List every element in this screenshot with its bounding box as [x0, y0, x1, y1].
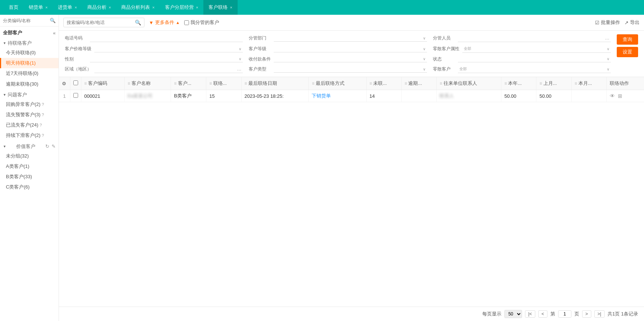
select-all-checkbox[interactable]	[73, 80, 78, 85]
col-last-month-header[interactable]: 上月...	[536, 77, 571, 90]
refresh-value-icon[interactable]: ↻	[45, 144, 49, 149]
prev-page-button[interactable]: <	[538, 310, 547, 318]
filter-payment-select[interactable]: ∨	[274, 56, 427, 62]
query-button[interactable]: 查询	[617, 34, 638, 45]
nav-home[interactable]: 首页	[4, 0, 24, 15]
col-contact-count-header[interactable]: 联络...	[206, 77, 241, 90]
filter-status: 状态 ∨	[433, 56, 611, 62]
sidebar-item-tomorrow-contact[interactable]: 明天待联络(1)	[0, 58, 59, 68]
close-sales-order[interactable]: ×	[45, 5, 48, 10]
batch-ops-button[interactable]: ☑ 批量操作	[595, 19, 620, 26]
next-page-button[interactable]: >	[582, 310, 591, 318]
filter-phone-input[interactable]	[90, 34, 243, 42]
filter-price-level-select[interactable]: ∨	[94, 46, 243, 52]
help-icon-1[interactable]: ?	[42, 102, 44, 107]
close-customer-tier[interactable]: ×	[196, 5, 198, 10]
page-input[interactable]	[558, 310, 571, 318]
filter-customer-type: 客户类型 ∨	[249, 66, 427, 73]
content-area: 🔍 ▼ 更多条件 ▲ 我分管的客户 ☑ 批量操作 ↗ 导出	[59, 15, 644, 321]
sidebar-item-ungrouped[interactable]: 未分组(32)	[0, 151, 59, 161]
last-page-button[interactable]: >|	[594, 310, 605, 318]
sidebar-item-class-c[interactable]: C类客户(6)	[0, 182, 59, 192]
filter-gender: 性别 ∨	[65, 56, 243, 62]
row-last-month: 50.00	[536, 90, 571, 102]
all-customers-header[interactable]: 全部客户 «	[0, 27, 59, 38]
filter-customer-level-select[interactable]: ∨	[274, 46, 427, 52]
main-search-icon[interactable]: 🔍	[135, 20, 141, 25]
filter-dept-select[interactable]: ∨	[274, 35, 427, 42]
sidebar-search-icon[interactable]: 🔍	[50, 18, 56, 23]
col-this-month-header[interactable]: 本月...	[571, 77, 606, 90]
filter-gender-select[interactable]: ∨	[90, 56, 243, 62]
col-last-method-header[interactable]: 最后联络方式	[309, 77, 366, 90]
filter-retail-attr-select[interactable]: 全部∨	[462, 45, 611, 53]
close-customer-contact[interactable]: ×	[230, 5, 232, 10]
sidebar-item-class-a[interactable]: A类客户(1)	[0, 161, 59, 172]
col-code-header[interactable]: 客户编码	[81, 77, 125, 90]
col-this-year-header[interactable]: 本年...	[501, 77, 536, 90]
sidebar-item-class-b[interactable]: B类客户(33)	[0, 172, 59, 182]
sidebar-collapse-icon[interactable]: «	[53, 30, 56, 36]
col-contact-person-header[interactable]: 往来单位联系人	[437, 77, 501, 90]
my-customer-checkbox[interactable]	[184, 20, 189, 25]
col-last-date-header[interactable]: 最后联络日期	[241, 77, 309, 90]
row-more-icon[interactable]: ⊞	[618, 93, 622, 99]
sidebar: 🔍 全部客户 « 待联络客户 今天待联络(0) 明天待联络(1) 近7天待联络(…	[0, 15, 59, 321]
col-checkbox-header[interactable]	[70, 77, 81, 90]
more-filter-button[interactable]: ▼ 更多条件 ▲	[149, 19, 180, 26]
filter-status-select[interactable]: ∨	[458, 56, 611, 62]
sidebar-item-abnormal-repurchase[interactable]: 回购异常客户(2) ?	[0, 99, 59, 110]
close-product-analysis[interactable]: ×	[109, 5, 111, 10]
main-search-input[interactable]	[67, 20, 133, 25]
sidebar-item-churn-warning[interactable]: 流失预警客户(3) ?	[0, 110, 59, 120]
manager-dotdot[interactable]: …	[605, 35, 609, 41]
batch-checkbox-icon: ☑	[595, 20, 599, 25]
close-product-analysis-list[interactable]: ×	[152, 5, 154, 10]
first-page-button[interactable]: |<	[525, 310, 535, 318]
group-problem-customers: 问题客户	[0, 89, 59, 99]
filter-customer-type-select[interactable]: ∨	[274, 66, 427, 73]
row-name: Ea某某公司	[125, 90, 171, 102]
top-navigation: 首页 销货单 × 进货单 × 商品分析 × 商品分析列表 × 客户分层经营 × …	[0, 0, 644, 15]
nav-customer-contact[interactable]: 客户联络 ×	[203, 0, 237, 15]
settings-button[interactable]: 设置	[617, 47, 638, 57]
col-name-header[interactable]: 客户名称	[125, 77, 171, 90]
nav-sales-order[interactable]: 销货单 ×	[24, 0, 53, 15]
search-bar-right: ☑ 批量操作 ↗ 导出	[595, 19, 640, 26]
filter-retail-attr: 零散客户属性 全部∨	[433, 45, 611, 53]
nav-customer-tier[interactable]: 客户分层经营 ×	[160, 0, 203, 15]
col-settings-header[interactable]: ⚙	[59, 77, 70, 90]
help-icon-3[interactable]: ?	[39, 123, 42, 127]
sidebar-item-week-contact[interactable]: 近7天待联络(0)	[0, 68, 59, 79]
table-row: 1 000021 Ea某某公司 B类客户 15 2023-05-23 18:25…	[59, 90, 644, 102]
filter-customer-level: 客户等级 ∨	[249, 46, 427, 52]
page-size-select[interactable]: 50	[504, 310, 522, 318]
sidebar-item-declining[interactable]: 持续下滑客户(2) ?	[0, 130, 59, 141]
sidebar-item-churned[interactable]: 已流失客户(24) ?	[0, 120, 59, 130]
col-overdue-header[interactable]: 逾期...	[402, 77, 437, 90]
row-num: 1	[59, 90, 70, 102]
table-footer: 每页显示 50 |< < 第 页 > >| 共1页 1条记录	[59, 307, 644, 321]
my-customer-checkbox-wrap[interactable]: 我分管的客户	[184, 19, 219, 26]
filter-retail-customer-select[interactable]: 全部∨	[458, 65, 611, 73]
row-select-checkbox[interactable]	[73, 93, 78, 98]
filter-row-2: 客户价格等级 ∨ 客户等级 ∨ 零散客户属性	[65, 45, 611, 53]
region-dotdot[interactable]: …	[237, 66, 241, 72]
data-table-area: ⚙ 客户编码 客户名称 客户... 联络... 最后联络日期 最后联络方式 未联…	[59, 77, 644, 307]
col-category-header[interactable]: 客户...	[171, 77, 206, 90]
sidebar-item-overdue-contact[interactable]: 逾期未联络(30)	[0, 79, 59, 89]
last-method-link[interactable]: 下销货单	[312, 93, 331, 99]
nav-product-analysis-list[interactable]: 商品分析列表 ×	[116, 0, 160, 15]
nav-product-analysis[interactable]: 商品分析 ×	[82, 0, 116, 15]
sidebar-item-today-contact[interactable]: 今天待联络(0)	[0, 48, 59, 58]
row-view-icon[interactable]: 👁	[610, 93, 615, 99]
help-icon-2[interactable]: ?	[42, 113, 44, 117]
close-purchase-order[interactable]: ×	[74, 5, 77, 10]
col-uncontacted-header[interactable]: 未联...	[366, 77, 401, 90]
row-checkbox[interactable]	[70, 90, 81, 102]
edit-value-icon[interactable]: ✎	[52, 144, 56, 149]
help-icon-4[interactable]: ?	[42, 133, 44, 138]
export-button[interactable]: ↗ 导出	[624, 19, 640, 26]
sidebar-search-input[interactable]	[3, 18, 48, 23]
nav-purchase-order[interactable]: 进货单 ×	[53, 0, 82, 15]
